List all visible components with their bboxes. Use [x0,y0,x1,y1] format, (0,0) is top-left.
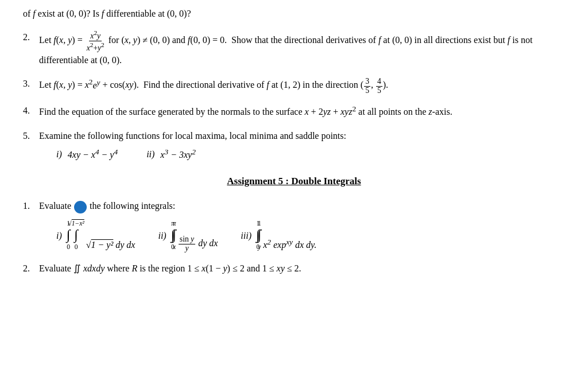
assign-problem-2-number: 2. [23,261,36,276]
problem-5-item-ii-label: ii) [146,146,154,162]
cursor [74,201,87,213]
problem-2-number: 2. [23,29,36,45]
problem-4: 4. Find the equation of the surface gene… [23,103,565,120]
integral-ii-label: ii) [158,228,166,243]
problem-5: 5. Examine the following functions for l… [23,128,565,163]
problem-4-text: Find the equation of the surface generat… [39,103,565,120]
problem-3-text: Let f(x, y) = x2ey + cos(xy). Find the d… [39,76,565,95]
problem-4-number: 4. [23,103,36,118]
integral-i-label: i) [56,228,62,243]
integral-i: i) 1 ∫ 0 √1−x² ∫ 0 [56,218,135,253]
problem-5-subitems: i) 4xy − x4 − y4 ii) x3 − 3xy2 [56,146,565,163]
problem-5-number: 5. [23,128,36,143]
assign-problem-2-text: Evaluate ∬ xdxdy where R is the region 1… [39,261,565,276]
assign-problem-1: 1. Evaluate the following integrals: i) … [23,198,565,253]
problem-2: 2. Let f(x, y) = x2y x2+y2 for (x, y) ≠ … [23,29,565,68]
assign-problem-1-number: 1. [23,198,36,213]
problem-2-text: Let f(x, y) = x2y x2+y2 for (x, y) ≠ (0,… [39,29,565,68]
problem-5-item-ii-expr: x3 − 3xy2 [160,146,195,163]
first-line: of f exist at (0, 0)? Is f differentiabl… [23,6,565,21]
problem-5-item-i: i) 4xy − x4 − y4 [56,146,118,163]
problem-5-text: Examine the following functions for loca… [39,128,565,163]
assign-problem-1-text: Evaluate the following integrals: i) 1 ∫… [39,198,565,253]
section-title: Assignment 5 : Double Integrals [23,173,565,190]
integral-iii-label: iii) [241,228,252,243]
problem-5-item-i-expr: 4xy − x4 − y4 [68,146,118,163]
integral-list: i) 1 ∫ 0 √1−x² ∫ 0 [56,218,565,253]
problem-3: 3. Let f(x, y) = x2ey + cos(xy). Find th… [23,76,565,95]
integral-ii: ii) π ∫ 0 π ∫ x [158,218,218,253]
page-content: of f exist at (0, 0)? Is f differentiabl… [23,6,565,277]
integral-iii: iii) 1 ∫ 0 1 ∫ y x2 expxy [241,218,316,253]
problem-3-number: 3. [23,76,36,91]
assign-problem-2: 2. Evaluate ∬ xdxdy where R is the regio… [23,261,565,276]
problem-5-item-ii: ii) x3 − 3xy2 [146,146,196,163]
problem-5-item-i-label: i) [56,146,62,162]
